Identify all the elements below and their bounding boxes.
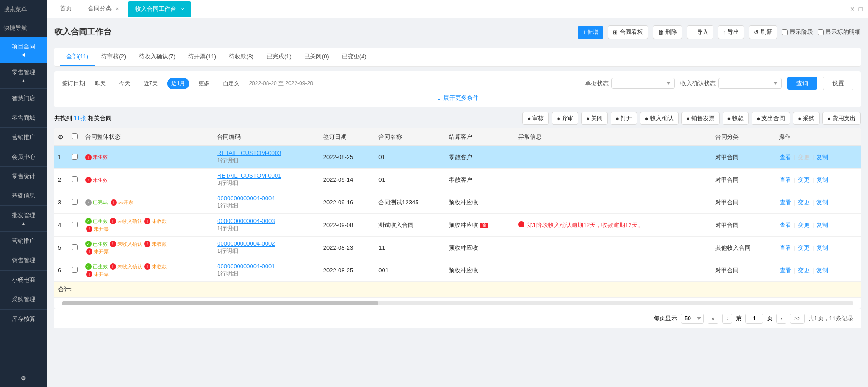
contract-link[interactable]: RETAIL_CUSTOM-0003	[217, 150, 281, 156]
close-tab-income-contract[interactable]: ×	[181, 6, 184, 12]
payment-btn[interactable]: ● 收款	[723, 112, 749, 125]
purchase-btn[interactable]: ● 采购	[793, 112, 820, 125]
show-stages-checkbox[interactable]	[782, 29, 788, 35]
filter-tab-changed[interactable]: 已变更(4)	[335, 48, 373, 66]
col-settings[interactable]: ⚙	[54, 128, 68, 146]
tab-contract-category[interactable]: 合同分类 ×	[81, 1, 126, 17]
income-confirm-btn[interactable]: ● 收入确认	[640, 112, 679, 125]
sidebar-item-purchase[interactable]: 采购管理	[0, 290, 47, 310]
date-btn-yesterday[interactable]: 昨天	[91, 78, 110, 89]
filter-tab-pending-review[interactable]: 待审核(2)	[95, 48, 132, 66]
sidebar-quick-nav[interactable]: 快捷导航	[0, 19, 47, 37]
sidebar-item-retail-mall[interactable]: 零售商城	[0, 108, 47, 128]
date-btn-1month[interactable]: 近1月	[167, 78, 189, 89]
row-checkbox[interactable]	[68, 191, 82, 214]
sidebar-item-sales-mgmt[interactable]: 销售管理	[0, 251, 47, 271]
abandon-btn[interactable]: ● 弃审	[552, 112, 578, 125]
row-checkbox[interactable]	[68, 259, 82, 282]
next-page-btn[interactable]: ›	[776, 314, 786, 324]
sidebar-item-xiaochang[interactable]: 小畅电商	[0, 271, 47, 290]
show-marks-checkbox[interactable]	[818, 29, 824, 35]
sidebar-item-member[interactable]: 会员中心	[0, 147, 47, 167]
horizontal-scrollbar[interactable]	[62, 301, 853, 305]
expand-conditions-button[interactable]: ⌄ 展开更多条件	[436, 94, 479, 102]
last-page-btn[interactable]: >>	[790, 314, 805, 324]
filter-tab-completed[interactable]: 已完成(1)	[260, 48, 298, 66]
page-number-input[interactable]	[745, 314, 763, 324]
copy-link[interactable]: 复制	[816, 244, 828, 251]
view-link[interactable]: 查看	[780, 176, 791, 183]
review-btn[interactable]: ● 审核	[522, 112, 549, 125]
tab-home[interactable]: 首页	[53, 1, 79, 17]
view-link[interactable]: 查看	[780, 199, 791, 206]
select-all-checkbox[interactable]	[72, 133, 78, 139]
sidebar-item-sales-marketing[interactable]: 营销推广	[0, 232, 47, 251]
copy-link[interactable]: 复制	[816, 199, 828, 206]
filter-tab-all[interactable]: 全部(11)	[60, 48, 95, 66]
change-link[interactable]: 变更	[798, 267, 810, 274]
query-button[interactable]: 查询	[787, 77, 817, 90]
copy-link[interactable]: 复制	[816, 176, 828, 183]
tab-income-contract[interactable]: 收入合同工作台 ×	[128, 1, 191, 17]
export-button[interactable]: ↑ 导出	[718, 25, 745, 39]
sidebar-item-marketing[interactable]: 营销推广	[0, 128, 47, 147]
view-link[interactable]: 查看	[780, 154, 791, 160]
doc-status-select[interactable]	[611, 78, 675, 89]
close-window-icon[interactable]: ✕	[850, 5, 855, 13]
delete-button[interactable]: 🗑 删除	[653, 25, 682, 39]
copy-link[interactable]: 复制	[816, 154, 828, 160]
sales-invoice-btn[interactable]: ● 销售发票	[681, 112, 720, 125]
date-btn-more[interactable]: 更多	[194, 78, 213, 89]
sidebar-item-project[interactable]: 项目合同 ◀	[0, 37, 47, 63]
change-link[interactable]: 变更	[798, 222, 810, 228]
income-confirm-select[interactable]	[718, 78, 782, 89]
refresh-button[interactable]: ↺ 刷新	[749, 25, 777, 39]
date-btn-custom[interactable]: 自定义	[219, 78, 243, 89]
filter-tab-pending-payment[interactable]: 待收款(8)	[223, 48, 260, 66]
view-link[interactable]: 查看	[780, 267, 791, 274]
row-checkbox[interactable]	[68, 169, 82, 191]
sidebar-item-smart-store[interactable]: 智慧门店	[0, 89, 47, 108]
copy-link[interactable]: 复制	[816, 267, 828, 274]
date-btn-7days[interactable]: 近7天	[140, 78, 162, 89]
contract-link[interactable]: 0000000000004-0001	[217, 263, 275, 270]
filter-tab-closed[interactable]: 已关闭(0)	[298, 48, 335, 66]
contract-link[interactable]: RETAIL_CUSTOM-0001	[217, 172, 281, 179]
sidebar-item-retail[interactable]: 零售管理 ▲	[0, 63, 47, 89]
contract-link[interactable]: 0000000000004-0003	[217, 218, 275, 224]
sidebar-settings[interactable]: ⚙	[0, 369, 47, 387]
date-btn-today[interactable]: 今天	[115, 78, 134, 89]
change-link[interactable]: 变更	[798, 244, 810, 251]
out-contract-btn[interactable]: ● 支出合同	[752, 112, 790, 125]
sidebar-item-basic-info[interactable]: 基础信息	[0, 186, 47, 206]
row-checkbox[interactable]	[68, 214, 82, 237]
set-button[interactable]: 设置	[823, 77, 853, 90]
contract-link[interactable]: 0000000000004-0002	[217, 240, 275, 247]
sidebar-item-retail-stats[interactable]: 零售统计	[0, 167, 47, 186]
sidebar-search[interactable]: 搜索菜单	[0, 0, 47, 19]
sidebar-item-wholesale[interactable]: 批发管理 ▲	[0, 206, 47, 232]
invalid-icon: !	[85, 154, 92, 160]
prev-page-btn[interactable]: ‹	[722, 314, 732, 324]
filter-tab-pending-invoice[interactable]: 待开票(11)	[182, 48, 223, 66]
maximize-window-icon[interactable]: □	[859, 5, 863, 13]
sidebar-item-inventory[interactable]: 库存核算	[0, 310, 47, 329]
add-button[interactable]: + 新增	[578, 26, 603, 39]
close-tab-contract-category[interactable]: ×	[116, 6, 119, 11]
print-btn[interactable]: ● 打开	[611, 112, 637, 125]
view-link[interactable]: 查看	[780, 244, 791, 251]
page-size-select[interactable]: 10 20 50 100	[681, 314, 704, 324]
close-btn[interactable]: ● 关闭	[581, 112, 608, 125]
row-checkbox[interactable]	[68, 237, 82, 259]
view-link[interactable]: 查看	[780, 222, 791, 228]
change-link[interactable]: 变更	[798, 199, 810, 206]
expense-btn[interactable]: ● 费用支出	[822, 112, 861, 125]
row-checkbox[interactable]	[68, 146, 82, 169]
contract-link[interactable]: 0000000000004-0004	[217, 195, 275, 202]
copy-link[interactable]: 复制	[816, 222, 828, 228]
change-link[interactable]: 变更	[798, 176, 810, 183]
filter-tab-pending-confirm[interactable]: 待收入确认(7)	[132, 48, 182, 66]
import-button[interactable]: ↓ 导入	[687, 25, 713, 39]
first-page-btn[interactable]: «	[708, 314, 719, 324]
kanban-button[interactable]: ⊞ 合同看板	[608, 25, 648, 39]
